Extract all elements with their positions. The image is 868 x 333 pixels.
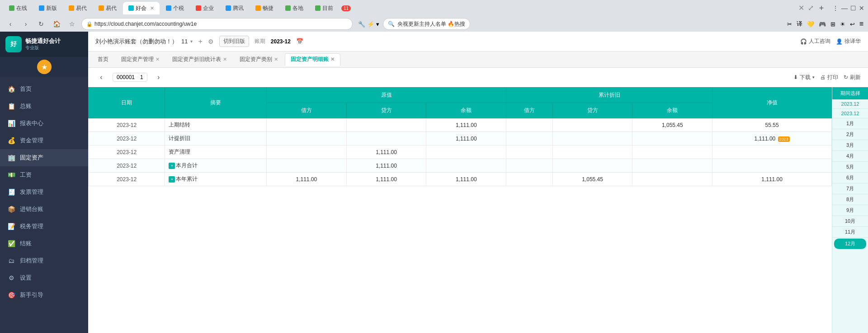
sidebar-item-guide[interactable]: 🎯 新手引导 <box>0 286 88 304</box>
period-year-1[interactable]: 2023.12 <box>832 99 868 109</box>
browser-tab-t9[interactable]: 畅捷 <box>250 2 279 14</box>
tab-options-icon[interactable]: ⋮ <box>832 5 839 12</box>
period-month-2月[interactable]: 2月 <box>832 129 868 140</box>
tab-close-icon[interactable]: ✕ <box>150 5 154 11</box>
home-button[interactable]: 🏠 <box>51 18 62 30</box>
maximize-button[interactable]: ☐ <box>850 5 856 12</box>
browser-tab-t8[interactable]: 腾讯 <box>220 2 249 14</box>
period-year-2[interactable]: 2023.12 <box>832 109 868 118</box>
browser-tab-t6[interactable]: 个税 <box>160 2 189 14</box>
sidebar-item-inventory[interactable]: 📦 进销台账 <box>0 201 88 218</box>
period-month-3月[interactable]: 3月 <box>832 140 868 151</box>
sidebar-item-tax[interactable]: 📝 税务管理 <box>0 218 88 235</box>
table-row[interactable]: 2023-12+本年累计1,111.001,111.001,111.001,05… <box>89 173 832 186</box>
period-month-4月[interactable]: 4月 <box>832 151 868 162</box>
sidebar-item-home[interactable]: 🏠 首页 <box>0 80 88 98</box>
sidebar-item-report[interactable]: 📊 报表中心 <box>0 115 88 132</box>
table-row[interactable]: 2023-12计提折旧1,111.001,111.00 2023 <box>89 132 832 145</box>
calendar-icon[interactable]: 📅 <box>296 38 303 45</box>
page-tab-tab1[interactable]: 首页 <box>92 53 114 66</box>
consult-label: 人工咨询 <box>809 38 830 45</box>
tab-favicon <box>99 5 104 11</box>
extension-icon-2[interactable]: ⚡ <box>367 21 374 28</box>
next-page-button[interactable]: › <box>153 71 165 83</box>
browser-tab-t5[interactable]: 好会 ✕ <box>123 2 160 14</box>
period-month-6月[interactable]: 6月 <box>832 173 868 183</box>
table-row[interactable]: 2023-12+本月合计1,111.00 <box>89 159 832 173</box>
period-month-9月[interactable]: 9月 <box>832 205 868 216</box>
pagination-box[interactable]: 000001 1 <box>113 73 147 82</box>
forward-button[interactable]: › <box>20 18 32 30</box>
page-tab-tab5[interactable]: 固定资产明细账 ✕ <box>285 53 340 66</box>
dropdown-chevron-icon[interactable]: ▾ <box>190 39 193 44</box>
game-icon[interactable]: 🎮 <box>819 21 826 28</box>
undo-icon[interactable]: ↩ <box>850 21 855 28</box>
browser-tab-t11[interactable]: 目前 <box>310 2 339 14</box>
sidebar-item-fund[interactable]: 💰 资金管理 <box>0 132 88 149</box>
browser-tab-t3[interactable]: 易代 <box>63 2 92 14</box>
period-month-11月[interactable]: 11月 <box>832 227 868 238</box>
menu-icon[interactable]: ≡ <box>859 20 863 28</box>
translate-icon[interactable]: 译 <box>797 20 802 28</box>
period-month-8月[interactable]: 8月 <box>832 194 868 205</box>
download-button[interactable]: ⬇ 下载 ▾ <box>793 74 815 81</box>
company-selector[interactable]: 刘小艳演示账套（勿删勿动！） 11 ▾ <box>95 38 193 46</box>
sidebar-item-ledger[interactable]: 📋 总账 <box>0 98 88 115</box>
wallet-icon[interactable]: 💛 <box>807 21 814 28</box>
refresh-button[interactable]: ↻ <box>35 18 47 30</box>
close-window-button[interactable]: ✕ <box>859 5 864 12</box>
page-tab-tab4[interactable]: 固定资产类别 ✕ <box>234 53 284 66</box>
page-tab-close-icon[interactable]: ✕ <box>156 56 160 62</box>
page-tab-close-icon[interactable]: ✕ <box>274 56 278 62</box>
refresh-button[interactable]: ↻ 刷新 <box>844 74 861 81</box>
star-button[interactable]: ★ <box>37 60 52 74</box>
minimize-button[interactable]: — <box>841 5 848 12</box>
table-container: 日期摘要原值累计折旧净值借方贷方余额借方贷方余额 2023-12上期结转1,11… <box>88 87 868 186</box>
scissors-icon[interactable]: ✂ <box>787 21 792 28</box>
user-info[interactable]: 👤 徐译华 <box>836 38 861 45</box>
page-tab-close-icon[interactable]: ✕ <box>330 56 335 62</box>
new-tab-button[interactable]: + <box>815 2 828 14</box>
period-month-5月[interactable]: 5月 <box>832 162 868 173</box>
dropdown-icon[interactable]: ▾ <box>376 21 379 28</box>
back-button[interactable]: ‹ <box>5 18 16 30</box>
page-tab-tab3[interactable]: 固定资产折旧统计表 ✕ <box>166 53 233 66</box>
sidebar-item-salary[interactable]: 💵 工资 <box>0 166 88 183</box>
browser-tab-t10[interactable]: 各地 <box>280 2 309 14</box>
sidebar-item-invoice[interactable]: 🧾 发票管理 <box>0 183 88 201</box>
period-month-1月[interactable]: 1月 <box>832 118 868 129</box>
sidebar-item-checkout[interactable]: ✅ 结账 <box>0 235 88 252</box>
consult-button[interactable]: 🎧 人工咨询 <box>800 38 830 45</box>
sidebar-item-fixed[interactable]: 🏢 固定资产 <box>0 149 88 166</box>
browser-tab-t2[interactable]: 新版 <box>33 2 62 14</box>
browser-tab-t7[interactable]: 企业 <box>190 2 219 14</box>
prev-page-button[interactable]: ‹ <box>95 71 107 83</box>
add-company-icon[interactable]: + <box>198 38 202 46</box>
search-bar[interactable]: 🔍 央视更新主持人名单 🔥热搜 <box>383 18 470 30</box>
extension-icon-1[interactable]: 🔧 <box>358 21 365 28</box>
cell-lj-debit <box>506 118 553 132</box>
page-tab-tab2[interactable]: 固定资产管理 ✕ <box>115 53 165 66</box>
period-month-7月[interactable]: 7月 <box>832 183 868 194</box>
sidebar-item-archive[interactable]: 🗂 归档管理 <box>0 252 88 269</box>
browser-tab-t1[interactable]: 在线 <box>4 2 33 14</box>
tab-label: 畅捷 <box>263 5 274 12</box>
page-tab-close-icon[interactable]: ✕ <box>223 56 227 62</box>
page-actions: ✕ ⤢ ⬇ 下载 ▾ 🖨 打印 ↻ 刷新 <box>793 74 861 81</box>
address-bar[interactable]: 🔒 https://cloud.chanjet.com/accounting/u… <box>81 18 353 30</box>
browser-tab-t4[interactable]: 易代 <box>93 2 122 14</box>
page-number: 000001 <box>117 74 135 80</box>
sidebar-item-settings[interactable]: ⚙ 设置 <box>0 269 88 286</box>
period-month-10月[interactable]: 10月 <box>832 216 868 227</box>
address-text: https://cloud.chanjet.com/accounting/uw1… <box>94 21 197 27</box>
brightness-icon[interactable]: ☀ <box>840 21 845 28</box>
settings-icon[interactable]: ⚙ <box>208 38 214 45</box>
sidebar-label-report: 报表中心 <box>20 119 43 127</box>
table-row[interactable]: 2023-12资产清理1,111.00 <box>89 145 832 159</box>
table-row[interactable]: 2023-12上期结转1,111.001,055.4555.55 <box>89 118 832 132</box>
bookmark-button[interactable]: ☆ <box>66 18 78 30</box>
grid-icon[interactable]: ⊞ <box>830 21 835 28</box>
period-month-12月[interactable]: 12月 <box>834 239 866 249</box>
print-button[interactable]: 🖨 打印 <box>820 74 838 81</box>
switch-version-button[interactable]: 切到旧版 <box>219 36 249 47</box>
